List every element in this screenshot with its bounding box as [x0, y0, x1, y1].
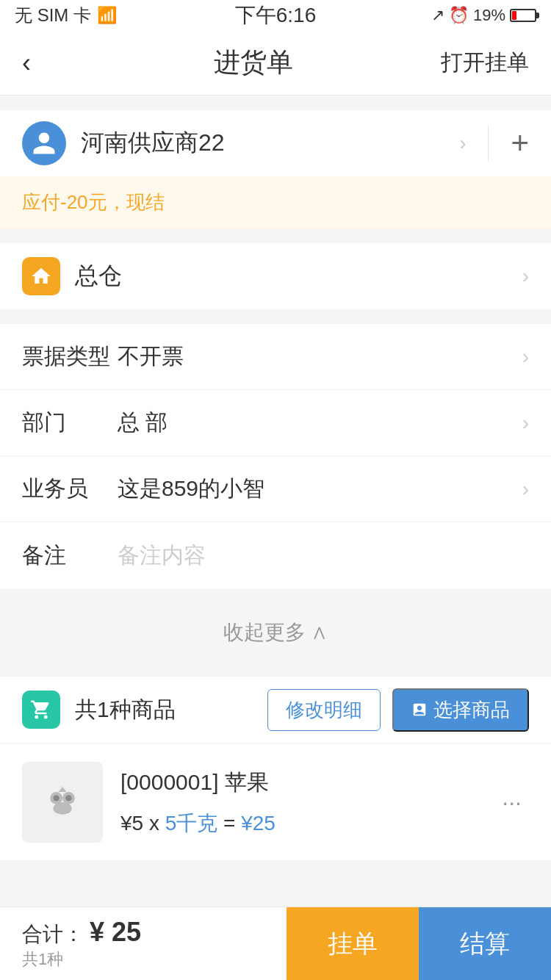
- svg-point-3: [65, 795, 71, 801]
- remark-value[interactable]: 备注内容: [118, 541, 529, 571]
- invoice-type-row[interactable]: 票据类型 不开票 ›: [0, 324, 551, 390]
- warning-banner: 应付-20元，现结: [0, 176, 551, 228]
- supplier-avatar: [22, 121, 66, 165]
- salesperson-value: 这是859的小智: [118, 474, 522, 504]
- equals-sign: =: [223, 812, 241, 835]
- open-pending-button[interactable]: 打开挂单: [441, 48, 529, 78]
- total-amount: ¥ 25: [90, 917, 141, 948]
- warehouse-section[interactable]: 总仓 ›: [0, 243, 551, 309]
- nav-bar: ‹ 进货单 打开挂单: [0, 31, 551, 96]
- status-time: 下午6:16: [235, 1, 317, 29]
- edit-details-button[interactable]: 修改明细: [267, 689, 381, 731]
- quantity: 5千克: [165, 812, 218, 835]
- supplier-section[interactable]: 河南供应商22 › +: [0, 110, 551, 176]
- product-code: [0000001]: [120, 770, 218, 794]
- collapse-label: 收起更多 ∧: [223, 619, 328, 646]
- main-content: 河南供应商22 › + 应付-20元，现结 总仓 › 票据类型 不开票 › 部门…: [0, 96, 551, 948]
- checkout-button[interactable]: 结算: [419, 907, 551, 980]
- select-product-label: 选择商品: [433, 697, 510, 723]
- home-icon: [30, 265, 52, 287]
- products-header: 共1种商品 修改明细 选择商品: [0, 677, 551, 743]
- supplier-divider: [488, 125, 489, 162]
- wifi-icon: 📶: [97, 6, 117, 25]
- battery-percent: 19%: [473, 6, 505, 25]
- svg-point-4: [53, 802, 71, 815]
- warehouse-icon: [22, 257, 60, 295]
- product-info: [0000001] 苹果 ¥5 x 5千克 = ¥25: [120, 768, 494, 837]
- select-product-icon: [411, 702, 428, 718]
- department-label: 部门: [22, 408, 118, 438]
- product-price: ¥5 x 5千克 = ¥25: [120, 810, 494, 837]
- warning-text: 应付-20元，现结: [22, 191, 165, 213]
- remark-row[interactable]: 备注 备注内容: [0, 522, 551, 588]
- salesperson-label: 业务员: [22, 474, 118, 504]
- back-button[interactable]: ‹: [22, 48, 66, 79]
- warehouse-name: 总仓: [75, 260, 522, 292]
- bottom-bar: 合计： ¥ 25 共1种 挂单 结算: [0, 907, 551, 980]
- total-section: 合计： ¥ 25 共1种: [0, 907, 287, 980]
- product-item: [0000001] 苹果 ¥5 x 5千克 = ¥25 ···: [0, 744, 551, 860]
- multiply-sign: x: [149, 812, 165, 835]
- svg-point-2: [53, 795, 59, 801]
- invoice-type-value: 不开票: [118, 342, 522, 372]
- hang-label: 挂单: [328, 927, 378, 961]
- invoice-type-arrow: ›: [522, 345, 529, 369]
- cart-icon: [30, 699, 52, 721]
- section-gap-1: [0, 96, 551, 110]
- total-label: 合计：: [22, 920, 84, 948]
- collapse-row[interactable]: 收起更多 ∧: [0, 603, 551, 662]
- product-name: [0000001] 苹果: [120, 768, 494, 798]
- add-supplier-button[interactable]: +: [511, 126, 529, 161]
- page-title: 进货单: [214, 45, 293, 81]
- remark-label: 备注: [22, 541, 118, 571]
- department-arrow: ›: [522, 411, 529, 435]
- department-value: 总 部: [118, 408, 522, 438]
- products-count: 共1种商品: [75, 695, 267, 725]
- total-count: 共1种: [22, 948, 264, 970]
- location-icon: ↗: [431, 6, 444, 25]
- status-bar: 无 SIM 卡 📶 下午6:16 ↗ ⏰ 19%: [0, 0, 551, 31]
- checkout-label: 结算: [460, 927, 510, 961]
- salesperson-row[interactable]: 业务员 这是859的小智 ›: [0, 456, 551, 522]
- user-icon: [31, 130, 57, 156]
- product-more-button[interactable]: ···: [494, 782, 529, 824]
- salesperson-arrow: ›: [522, 478, 529, 501]
- supplier-name: 河南供应商22: [81, 127, 459, 159]
- carrier-label: 无 SIM 卡: [15, 4, 91, 27]
- unit-price: ¥5: [120, 812, 143, 835]
- invoice-type-label: 票据类型: [22, 342, 118, 372]
- product-thumb-icon: [37, 777, 88, 828]
- form-section: 票据类型 不开票 › 部门 总 部 › 业务员 这是859的小智 › 备注 备注…: [0, 324, 551, 588]
- supplier-arrow-icon: ›: [459, 131, 466, 155]
- subtotal: ¥25: [241, 812, 276, 835]
- status-left: 无 SIM 卡 📶: [15, 4, 117, 27]
- hang-button[interactable]: 挂单: [287, 907, 419, 980]
- battery-icon: [510, 9, 536, 22]
- battery-fill: [512, 11, 516, 20]
- select-product-button[interactable]: 选择商品: [392, 688, 529, 732]
- product-title: 苹果: [225, 770, 269, 794]
- warehouse-arrow-icon: ›: [522, 264, 529, 288]
- status-right: ↗ ⏰ 19%: [431, 6, 536, 25]
- product-thumbnail: [22, 762, 103, 843]
- alarm-icon: ⏰: [449, 6, 469, 25]
- products-icon: [22, 691, 60, 729]
- department-row[interactable]: 部门 总 部 ›: [0, 390, 551, 456]
